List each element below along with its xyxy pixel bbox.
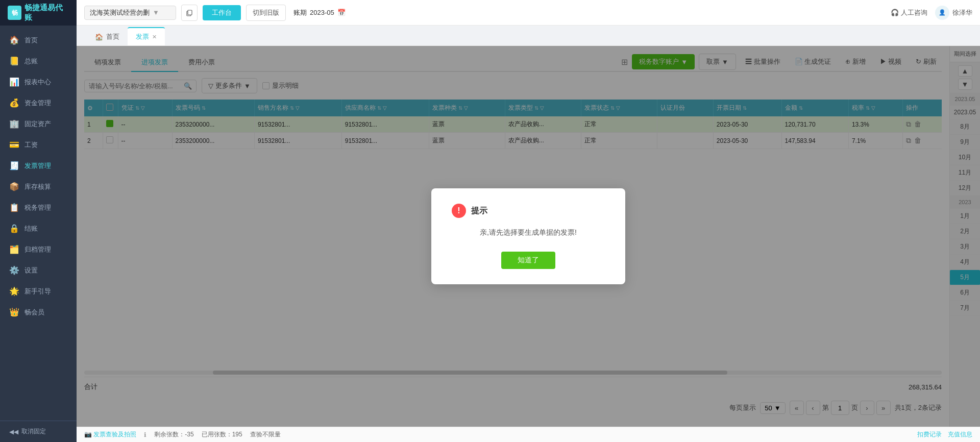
tab-invoice-label: 发票 <box>136 32 149 41</box>
logo-text: 畅捷通易代账 <box>24 3 69 22</box>
tab-close-icon[interactable]: ✕ <box>152 34 157 40</box>
payroll-icon: 💳 <box>9 140 19 150</box>
main-area: 沈海英测试经营勿删 ▼ 工作台 切到旧版 账期 2023-05 📅 🎧 人工咨询 <box>77 0 980 442</box>
recharge-info-link[interactable]: 充值信息 <box>948 430 972 439</box>
tab-invoice[interactable]: 发票 ✕ <box>128 27 165 45</box>
unpin-icon: ◀◀ <box>9 428 18 435</box>
support-label: 人工咨询 <box>901 8 927 17</box>
modal-header: ! 提示 <box>452 204 605 218</box>
unchecked-label: 查验不限量 <box>250 430 281 439</box>
svg-rect-1 <box>188 10 192 15</box>
invoice-icon: 🧾 <box>9 161 19 170</box>
sidebar-item-reports[interactable]: 📊 报表中心 <box>0 71 77 92</box>
info-icon: ℹ <box>144 431 146 438</box>
sidebar-item-label: 固定资产 <box>24 119 51 129</box>
sidebar-item-label: 新手引导 <box>24 287 51 296</box>
logo-icon: 畅 <box>8 6 21 20</box>
sidebar-item-ledger[interactable]: 📒 总账 <box>0 51 77 71</box>
sidebar: 畅 畅捷通易代账 🏠 首页 📒 总账 📊 报表中心 💰 资金管理 🏢 <box>0 0 77 442</box>
sidebar-item-member[interactable]: 👑 畅会员 <box>0 302 77 323</box>
tax-icon: 📋 <box>9 203 19 212</box>
finance-icon: 💰 <box>9 98 19 108</box>
support-button[interactable]: 🎧 人工咨询 <box>891 8 927 17</box>
user-info[interactable]: 👤 徐泽华 <box>935 6 972 20</box>
warning-icon: ! <box>452 204 466 218</box>
unpin-sidebar-button[interactable]: ◀◀ 取消固定 <box>0 421 77 442</box>
modal-confirm-button[interactable]: 知道了 <box>501 252 555 269</box>
sidebar-item-assets[interactable]: 🏢 固定资产 <box>0 113 77 134</box>
content-area: 销项发票 进项发票 费用小票 ⊞ 税务数字账户 ▼ <box>77 46 980 427</box>
sidebar-item-tax[interactable]: 📋 税务管理 <box>0 197 77 218</box>
home-tab-icon: 🏠 <box>95 33 103 41</box>
sidebar-item-label: 发票管理 <box>24 161 51 170</box>
ledger-icon: 📒 <box>9 56 19 66</box>
user-avatar: 👤 <box>935 6 949 20</box>
sidebar-item-inventory[interactable]: 📦 库存核算 <box>0 176 77 197</box>
modal-box: ! 提示 亲,请先选择要生成单据的发票! 知道了 <box>431 188 625 284</box>
status-bar: 📷 发票查验及拍照 ℹ 剩余张数：-35 已用张数：195 查验不限量 扣费记录… <box>77 427 980 442</box>
sidebar-item-label: 工资 <box>24 140 38 150</box>
sidebar-item-invoice[interactable]: 🧾 发票管理 <box>0 155 77 176</box>
sidebar-item-archive[interactable]: 🗂️ 归档管理 <box>0 239 77 260</box>
modal-overlay: ! 提示 亲,请先选择要生成单据的发票! 知道了 <box>77 46 980 427</box>
status-bar-right: 扣费记录 充值信息 <box>917 430 972 439</box>
guide-icon: 🌟 <box>9 286 19 296</box>
period-info: 账期 2023-05 📅 <box>293 8 346 17</box>
company-dropdown-icon: ▼ <box>153 9 159 16</box>
sidebar-item-home[interactable]: 🏠 首页 <box>0 30 77 51</box>
switch-version-button[interactable]: 切到旧版 <box>246 5 286 21</box>
user-name: 徐泽华 <box>952 8 972 17</box>
modal-footer: 知道了 <box>452 252 605 269</box>
deduction-record-link[interactable]: 扣费记录 <box>917 430 942 439</box>
sidebar-item-finance[interactable]: 💰 资金管理 <box>0 92 77 113</box>
sidebar-item-label: 归档管理 <box>24 245 51 254</box>
sidebar-nav: 🏠 首页 📒 总账 📊 报表中心 💰 资金管理 🏢 固定资产 💳 工资 <box>0 26 77 421</box>
sidebar-item-label: 总账 <box>24 57 38 66</box>
sidebar-item-closing[interactable]: 🔒 结账 <box>0 218 77 239</box>
calendar-icon[interactable]: 📅 <box>337 9 346 16</box>
headset-icon: 🎧 <box>891 9 899 16</box>
archive-icon: 🗂️ <box>9 244 19 254</box>
copy-icon <box>186 9 193 16</box>
remaining-count: 剩余张数：-35 <box>154 430 193 439</box>
sidebar-item-settings[interactable]: ⚙️ 设置 <box>0 260 77 281</box>
closing-icon: 🔒 <box>9 224 19 233</box>
inventory-icon: 📦 <box>9 182 19 191</box>
sidebar-item-payroll[interactable]: 💳 工资 <box>0 134 77 155</box>
sidebar-item-label: 资金管理 <box>24 99 51 108</box>
sidebar-item-label: 结账 <box>24 224 38 233</box>
company-name: 沈海英测试经营勿删 <box>90 8 150 17</box>
sidebar-item-label: 设置 <box>24 266 38 275</box>
unpin-label: 取消固定 <box>21 427 46 436</box>
copy-company-button[interactable] <box>181 5 198 21</box>
tab-bar: 🏠 首页 发票 ✕ <box>77 26 980 46</box>
topbar-right: 🎧 人工咨询 👤 徐泽华 <box>891 6 972 20</box>
tab-home-label: 首页 <box>106 32 119 41</box>
home-icon: 🏠 <box>9 35 19 45</box>
invoice-check-label[interactable]: 📷 发票查验及拍照 <box>84 430 136 439</box>
sidebar-item-guide[interactable]: 🌟 新手引导 <box>0 281 77 302</box>
modal-title: 提示 <box>471 206 487 216</box>
period-label: 账期 <box>293 8 307 17</box>
tab-home[interactable]: 🏠 首页 <box>87 28 128 45</box>
sidebar-item-label: 报表中心 <box>24 78 51 87</box>
sidebar-item-label: 税务管理 <box>24 203 51 212</box>
topbar: 沈海英测试经营勿删 ▼ 工作台 切到旧版 账期 2023-05 📅 🎧 人工咨询 <box>77 0 980 26</box>
app-logo: 畅 畅捷通易代账 <box>0 0 77 26</box>
member-icon: 👑 <box>9 307 19 317</box>
settings-icon: ⚙️ <box>9 265 19 275</box>
used-count: 已用张数：195 <box>202 430 242 439</box>
sidebar-item-label: 首页 <box>24 36 38 45</box>
workbench-button[interactable]: 工作台 <box>203 5 241 20</box>
sidebar-item-label: 库存核算 <box>24 182 51 191</box>
assets-icon: 🏢 <box>9 119 19 129</box>
modal-message: 亲,请先选择要生成单据的发票! <box>452 228 605 237</box>
period-value: 2023-05 <box>310 9 334 16</box>
company-selector[interactable]: 沈海英测试经营勿删 ▼ <box>84 6 176 20</box>
reports-icon: 📊 <box>9 77 19 87</box>
sidebar-item-label: 畅会员 <box>24 308 44 317</box>
